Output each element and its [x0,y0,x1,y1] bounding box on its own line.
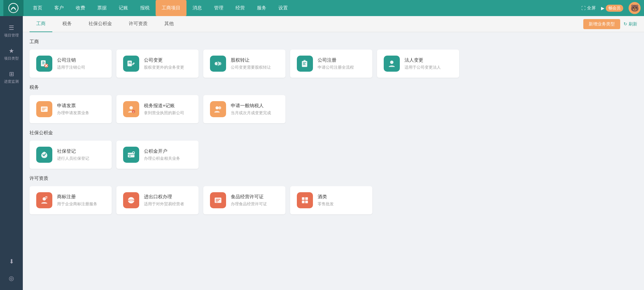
tab-license[interactable]: 许可资质 [122,16,154,32]
svg-rect-17 [303,64,306,65]
location-icon: ◎ [9,275,14,282]
nav-service[interactable]: 服务 [251,0,272,16]
download-icon: ⬇ [9,258,14,265]
card-desc-equity-transfer: 公司变更需要股权转让 [231,65,271,70]
card-desc-company-cancel: 适用于注销公司 [57,65,85,70]
card-info-trademark-register: 商标注册 用于企业商标注册服务 [57,194,97,207]
svg-rect-47 [305,201,308,203]
card-social-insurance-register[interactable]: 社保登记 进行人员社保登记 [30,141,112,169]
card-equity-transfer[interactable]: ¥ 股权转让 公司变更需要股权转让 [203,50,285,78]
card-apply-invoice[interactable]: 申请发票 办理申请发票业务 [30,95,112,123]
card-icon-company-register [297,56,313,72]
nav-settings[interactable]: 设置 [272,0,294,16]
card-info-equity-transfer: 股权转让 公司变更需要股权转让 [231,57,271,70]
add-business-type-button[interactable]: 新增业务类型 [583,19,620,29]
card-alcohol[interactable]: 酒类 零售批发 [290,186,372,214]
svg-rect-30 [128,154,135,155]
avatar[interactable]: 🐻 [629,2,641,14]
tab-commerce[interactable]: 工商 [30,16,52,32]
nav-tax[interactable]: 报税 [134,0,156,16]
card-desc-apply-general-taxpayer: 当月或次月成变更完成 [231,110,271,116]
refresh-button[interactable]: ↻ 刷新 [624,21,637,27]
svg-rect-22 [42,109,45,110]
star-icon: ★ [9,47,14,55]
top-navigation: 首页 客户 收费 票据 记账 报税 工商项目 消息 管理 经营 服务 设置 ⛶ … [0,0,644,16]
card-icon-food-license [210,192,226,208]
nav-commerce[interactable]: 工商项目 [156,0,186,16]
card-food-license[interactable]: 食品经营许可证 办理食品经营许可证 [203,186,285,214]
card-desc-trademark-register: 用于企业商标注册服务 [57,201,97,207]
tab-social-insurance[interactable]: 社保公积金 [82,16,119,32]
vip-button[interactable]: ▶ 畅会员 [601,5,623,12]
card-apply-general-taxpayer[interactable]: 申请一般纳税人 当月或次月成变更完成 [203,95,285,123]
refresh-label: 刷新 [629,21,637,27]
card-info-company-cancel: 公司注销 适用于注销公司 [57,57,85,70]
cards-grid-tax: 申请发票 办理申请发票业务 + 税务报道 [30,95,637,123]
card-icon-company-change [123,56,139,72]
fullscreen-button[interactable]: ⛶ 全屏 [581,5,596,11]
card-company-change[interactable]: 公司变更 股权变更外的业务变更 [116,50,199,78]
card-icon-apply-general-taxpayer [210,101,226,117]
card-name-alcohol: 酒类 [318,194,334,200]
tab-tax[interactable]: 税务 [56,16,78,32]
svg-rect-10 [128,63,131,64]
svg-rect-14 [302,61,307,67]
card-icon-import-export [123,192,139,208]
card-name-housing-fund: 公积金开户 [144,148,180,154]
list-icon: ☰ [9,24,14,31]
cards-grid-license: TM 商标注册 用于企业商标注册服务 [30,186,637,214]
card-desc-legal-person-change: 适用于公司变更法人 [405,65,441,70]
sidebar-location-button[interactable]: ◎ [0,270,23,287]
card-housing-fund[interactable]: 公积金开户 办理公积金相关业务 [116,141,199,169]
nav-invoice[interactable]: 票据 [91,0,113,16]
card-desc-company-change: 股权变更外的业务变更 [144,65,184,70]
svg-rect-16 [303,63,305,64]
logo[interactable] [3,0,23,16]
card-desc-alcohol: 零售批发 [318,201,334,207]
fullscreen-icon: ⛶ [581,6,586,11]
svg-rect-18 [304,60,306,61]
card-company-register[interactable]: 公司注册 申请公司注册全流程 [290,50,372,78]
card-icon-tax-bookkeeping: + [123,101,139,117]
tabs-bar: 工商 税务 社保公积金 许可资质 其他 新增业务类型 ↻ 刷新 [23,16,644,32]
nav-bookkeeping[interactable]: 记账 [113,0,134,16]
nav-message[interactable]: 消息 [186,0,208,16]
tab-other[interactable]: 其他 [158,16,180,32]
card-legal-person-change[interactable]: 法人变更 适用于公司变更法人 [377,50,459,78]
card-name-company-change: 公司变更 [144,57,184,63]
card-icon-housing-fund [123,147,139,163]
sidebar-download-button[interactable]: ⬇ [0,253,23,270]
sidebar-label-project-manage: 项目管理 [4,33,19,38]
nav-fee[interactable]: 收费 [70,0,91,16]
section-title-social-insurance: 社保公积金 [30,130,637,136]
card-trademark-register[interactable]: TM 商标注册 用于企业商标注册服务 [30,186,112,214]
svg-rect-31 [129,156,131,156]
card-company-cancel[interactable]: 公司注销 适用于注销公司 [30,50,112,78]
card-info-housing-fund: 公积金开户 办理公积金相关业务 [144,148,180,161]
svg-point-24 [129,106,133,110]
nav-customer[interactable]: 客户 [48,0,70,16]
nav-home[interactable]: 首页 [27,0,48,16]
sidebar-item-project-type[interactable]: ★ 项目类型 [0,43,23,66]
sidebar-item-project-manage[interactable]: ☰ 项目管理 [0,19,23,43]
card-desc-company-register: 申请公司注册全流程 [318,65,354,70]
sidebar-item-progress-monitor[interactable]: ⊞ 进度监测 [0,66,23,89]
svg-rect-46 [302,201,305,203]
svg-rect-15 [303,62,306,63]
card-icon-apply-invoice [36,101,52,117]
card-import-export[interactable]: 进出口权办理 适用于对外贸易经营者 [116,186,199,214]
svg-point-33 [133,152,134,153]
card-info-apply-invoice: 申请发票 办理申请发票业务 [57,103,89,116]
svg-rect-41 [216,199,220,200]
section-title-tax: 税务 [30,84,637,90]
card-name-tax-bookkeeping: 税务报道+记账 [144,103,184,109]
card-tax-bookkeeping[interactable]: + 税务报道+记账 拿到营业执照的新公司 [116,95,199,123]
card-icon-equity-transfer: ¥ [210,56,226,72]
vip-label: 畅会员 [606,5,623,12]
card-desc-import-export: 适用于对外贸易经营者 [144,201,184,207]
nav-menu: 首页 客户 收费 票据 记账 报税 工商项目 消息 管理 经营 服务 设置 [27,0,581,16]
nav-manage[interactable]: 管理 [208,0,229,16]
card-name-trademark-register: 商标注册 [57,194,97,200]
nav-operation[interactable]: 经营 [229,0,251,16]
svg-rect-21 [42,108,47,108]
